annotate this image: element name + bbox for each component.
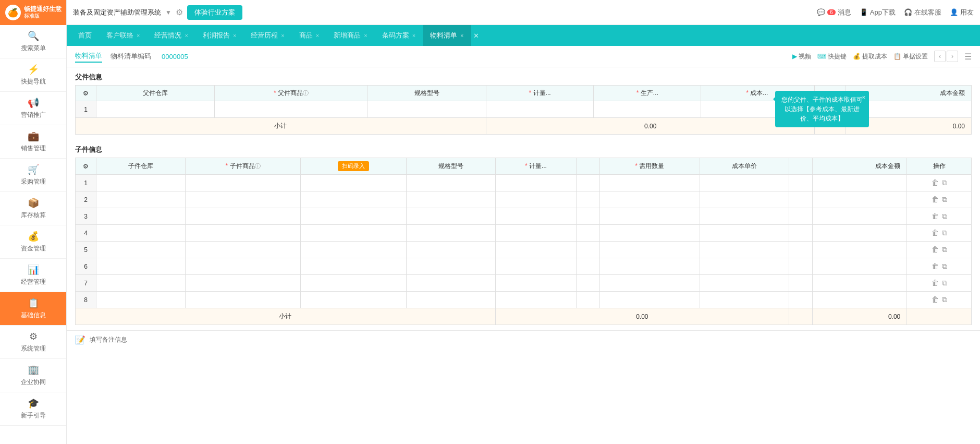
- child-cell-unit-4[interactable]: [495, 225, 576, 242]
- tab-goods[interactable]: 商品 ×: [292, 25, 326, 46]
- th-child-scan[interactable]: 扫码录入: [301, 158, 407, 175]
- action-video[interactable]: ▶ 视频: [792, 52, 811, 61]
- system-dropdown-icon[interactable]: ▼: [165, 9, 172, 16]
- tab-bom[interactable]: 物料清单 ×: [423, 25, 471, 46]
- copy-icon-1[interactable]: ⧉: [942, 178, 947, 187]
- child-cell-unit-7[interactable]: [495, 275, 576, 292]
- child-cell-warehouse-6[interactable]: [96, 258, 186, 275]
- child-cell-goods-7[interactable]: [186, 275, 301, 292]
- child-cell-unit-1[interactable]: [495, 175, 576, 191]
- tooltip-close-button[interactable]: ×: [862, 93, 866, 102]
- child-cell-spec-6[interactable]: [406, 258, 495, 275]
- tab-profit[interactable]: 利润报告 ×: [195, 25, 243, 46]
- child-cell-price-8[interactable]: [700, 292, 789, 308]
- child-cell-spec-2[interactable]: [406, 191, 495, 208]
- child-cell-price-2[interactable]: [700, 191, 789, 208]
- sidebar-item-system[interactable]: ⚙ 系统管理: [0, 326, 66, 359]
- sidebar-item-guide[interactable]: 🎓 新手引导: [0, 392, 66, 426]
- settings-icon[interactable]: ⚙: [176, 7, 183, 17]
- delete-icon-6[interactable]: 🗑: [932, 262, 939, 271]
- delete-icon-7[interactable]: 🗑: [932, 279, 939, 287]
- bottom-label[interactable]: 填写备注信息: [90, 335, 127, 344]
- child-cell-price-3[interactable]: [700, 208, 789, 225]
- scan-button[interactable]: 扫码录入: [338, 161, 369, 171]
- sidebar-item-quick-nav[interactable]: ⚡ 快捷导航: [0, 58, 66, 92]
- sidebar-item-operations[interactable]: 📊 经营管理: [0, 259, 66, 292]
- child-cell-spec-5[interactable]: [406, 242, 495, 258]
- child-cell-goods-6[interactable]: [186, 258, 301, 275]
- parent-cell-goods-1[interactable]: [215, 101, 368, 118]
- sidebar-item-purchase[interactable]: 🛒 采购管理: [0, 159, 66, 192]
- copy-icon-7[interactable]: ⧉: [942, 279, 947, 287]
- user-item[interactable]: 👤 用友: [950, 8, 974, 17]
- child-cell-qty-7[interactable]: [599, 275, 700, 292]
- sidebar-item-finance[interactable]: 💰 资金管理: [0, 225, 66, 259]
- copy-icon-4[interactable]: ⧉: [942, 229, 947, 237]
- child-cell-price-6[interactable]: [700, 258, 789, 275]
- child-cell-goods-2[interactable]: [186, 191, 301, 208]
- tab-operations[interactable]: 经营情况 ×: [147, 25, 195, 46]
- child-cell-price-4[interactable]: [700, 225, 789, 242]
- delete-icon-2[interactable]: 🗑: [932, 195, 939, 204]
- child-cell-qty-4[interactable]: [599, 225, 700, 242]
- child-cell-qty-8[interactable]: [599, 292, 700, 308]
- parent-cell-warehouse-1[interactable]: [96, 101, 215, 118]
- experience-button[interactable]: 体验行业方案: [187, 5, 242, 20]
- child-cell-price-5[interactable]: [700, 242, 789, 258]
- tab-new-goods[interactable]: 新增商品 ×: [326, 25, 374, 46]
- sub-tab-bom-code[interactable]: 物料清单编码: [111, 51, 151, 62]
- app-download-item[interactable]: 📱 App下载: [860, 8, 896, 17]
- parent-cell-production-1[interactable]: [594, 101, 701, 118]
- tab-close-all[interactable]: ✕: [471, 32, 481, 40]
- child-cell-goods-5[interactable]: [186, 242, 301, 258]
- delete-icon-8[interactable]: 🗑: [932, 295, 939, 304]
- tab-close-bom[interactable]: ×: [460, 32, 463, 39]
- sidebar-item-basic-info[interactable]: 📋 基础信息: [0, 292, 66, 326]
- tab-close-new-goods[interactable]: ×: [364, 32, 367, 39]
- grid-view-icon[interactable]: ☰: [964, 52, 972, 62]
- th-child-gear[interactable]: ⚙: [76, 158, 96, 175]
- tab-close-operations[interactable]: ×: [185, 32, 188, 39]
- copy-icon-5[interactable]: ⧉: [942, 245, 947, 254]
- online-service-item[interactable]: 🎧 在线客服: [904, 8, 941, 17]
- delete-icon-1[interactable]: 🗑: [932, 178, 939, 187]
- delete-icon-4[interactable]: 🗑: [932, 229, 939, 237]
- child-cell-spec-4[interactable]: [406, 225, 495, 242]
- child-cell-warehouse-8[interactable]: [96, 292, 186, 308]
- child-cell-warehouse-1[interactable]: [96, 175, 186, 191]
- child-cell-qty-5[interactable]: [599, 242, 700, 258]
- child-cell-spec-7[interactable]: [406, 275, 495, 292]
- nav-prev[interactable]: ‹: [934, 51, 946, 62]
- tab-close-history[interactable]: ×: [281, 32, 284, 39]
- sub-tab-bom[interactable]: 物料清单: [75, 50, 102, 63]
- child-cell-unit-6[interactable]: [495, 258, 576, 275]
- child-cell-goods-8[interactable]: [186, 292, 301, 308]
- delete-icon-3[interactable]: 🗑: [932, 212, 939, 221]
- action-shortcut[interactable]: ⌨ 快捷键: [817, 52, 847, 61]
- child-cell-warehouse-2[interactable]: [96, 191, 186, 208]
- child-cell-qty-6[interactable]: [599, 258, 700, 275]
- child-cell-qty-3[interactable]: [599, 208, 700, 225]
- child-cell-price-1[interactable]: [700, 175, 789, 191]
- copy-icon-6[interactable]: ⧉: [942, 262, 947, 271]
- tab-home[interactable]: 首页: [71, 25, 99, 46]
- child-cell-goods-4[interactable]: [186, 225, 301, 242]
- messages-item[interactable]: 💬 6 消息: [817, 8, 851, 17]
- sidebar-item-sales[interactable]: 💼 销售管理: [0, 125, 66, 159]
- tab-barcode[interactable]: 条码方案 ×: [375, 25, 423, 46]
- child-cell-unit-8[interactable]: [495, 292, 576, 308]
- sidebar-item-enterprise[interactable]: 🏢 企业协同: [0, 359, 66, 392]
- tab-history[interactable]: 经营历程 ×: [243, 25, 291, 46]
- copy-icon-2[interactable]: ⧉: [942, 195, 947, 204]
- delete-icon-5[interactable]: 🗑: [932, 245, 939, 254]
- child-cell-goods-3[interactable]: [186, 208, 301, 225]
- sidebar-item-inventory[interactable]: 📦 库存核算: [0, 192, 66, 225]
- child-cell-spec-8[interactable]: [406, 292, 495, 308]
- child-cell-unit-3[interactable]: [495, 208, 576, 225]
- action-extract-cost[interactable]: 💰 提取成本: [853, 52, 887, 61]
- parent-cell-unit-1[interactable]: [486, 101, 593, 118]
- child-cell-warehouse-7[interactable]: [96, 275, 186, 292]
- child-cell-goods-1[interactable]: [186, 175, 301, 191]
- child-cell-price-7[interactable]: [700, 275, 789, 292]
- child-cell-unit-5[interactable]: [495, 242, 576, 258]
